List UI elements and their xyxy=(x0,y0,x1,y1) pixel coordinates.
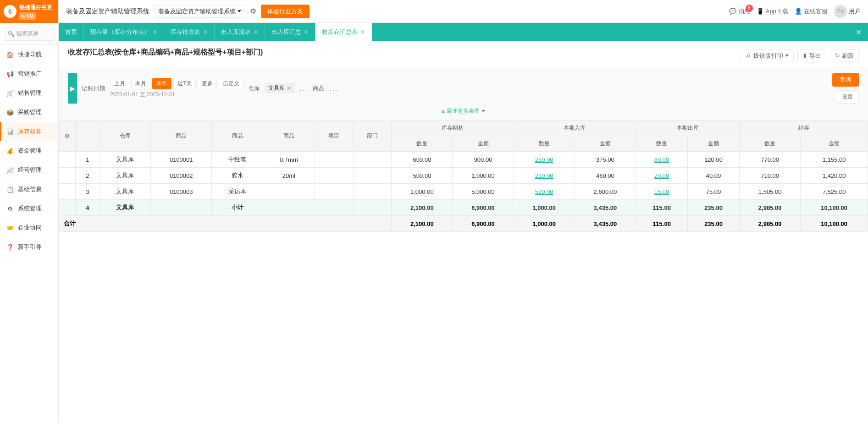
row-warehouse-cell: 文具库 xyxy=(100,200,151,216)
query-button[interactable]: 查询 xyxy=(832,73,859,87)
tab-close-batch[interactable]: ✕ xyxy=(203,29,208,35)
sidebar-item-finance[interactable]: 💰 资金管理 xyxy=(0,141,58,160)
trial-button[interactable]: 体验行业方案 xyxy=(261,5,310,18)
warehouse-tag-close[interactable]: ✕ xyxy=(287,85,291,92)
guide-icon: ❓ xyxy=(6,243,14,251)
sidebar-item-operations[interactable]: 📈 经营管理 xyxy=(0,160,58,180)
date-btn-custom[interactable]: 自定义 xyxy=(219,78,243,89)
sidebar-item-system[interactable]: ⚙ 系统管理 xyxy=(0,199,58,218)
col-group-opening: 库存期初 xyxy=(392,121,514,136)
goods-more[interactable]: ... xyxy=(329,84,338,93)
col-header-opening-qty: 数量 xyxy=(392,136,453,152)
export-button[interactable]: ⬆ 导出 xyxy=(797,49,826,62)
footer-opening-amt: 6,900.00 xyxy=(453,216,514,232)
row-balance-qty-cell: 710.00 xyxy=(740,168,801,184)
row-in-amt-cell: 3,435.00 xyxy=(575,200,636,216)
row-out-qty-cell[interactable]: 20.00 xyxy=(636,168,688,184)
row-settings-cell xyxy=(59,200,76,216)
tab-close-summary[interactable]: ✕ xyxy=(304,29,309,35)
row-opening-qty-cell: 1,000.00 xyxy=(392,184,453,200)
sidebar-item-guide[interactable]: ❓ 新手引导 xyxy=(0,237,58,257)
tab-flow[interactable]: 出入库流水 ✕ xyxy=(215,23,265,41)
col-header-opening-amt: 金额 xyxy=(453,136,514,152)
expand-icon: ≡ xyxy=(442,108,445,115)
app-download-button[interactable]: 📱 App下载 xyxy=(757,7,788,16)
settings-button[interactable]: 设置 xyxy=(836,90,859,104)
tab-home[interactable]: 首页 xyxy=(59,23,84,41)
refresh-button[interactable]: ↻ 刷新 xyxy=(830,49,859,62)
row-in-qty-cell[interactable]: 520.00 xyxy=(514,184,575,200)
sidebar: 6 畅捷通好生意 标准版 🔍 搜索菜单 🏠 快捷导航 📢 营销推广 🛒 销售管理 xyxy=(0,0,59,423)
export-icon: ⬆ xyxy=(802,52,807,59)
row-out-qty-cell[interactable]: 15.00 xyxy=(636,184,688,200)
sidebar-search-area: 🔍 搜索菜单 xyxy=(0,23,58,45)
date-filter-group: 上月 本月 本年 近7天 更多 自定义 2023-01-01 至 2023-12… xyxy=(110,78,243,99)
tab-inventory-dist[interactable]: 现存量（库存分布表） ✕ xyxy=(84,23,164,41)
row-in-qty-cell[interactable]: 250.00 xyxy=(514,152,575,168)
row-index-cell: 2 xyxy=(76,168,100,184)
row-out-qty-cell: 115.00 xyxy=(636,200,688,216)
date-btn-7days[interactable]: 近7天 xyxy=(173,78,196,89)
sidebar-item-quicknav[interactable]: 🏠 快捷导航 xyxy=(0,45,58,64)
date-btn-last-month[interactable]: 上月 xyxy=(110,78,129,89)
col-header-index xyxy=(76,121,100,152)
warehouse-more[interactable]: ... xyxy=(299,84,308,93)
tab-close-flow[interactable]: ✕ xyxy=(254,29,258,35)
search-menu-button[interactable]: 🔍 搜索菜单 xyxy=(4,27,55,41)
row-opening-amt-cell: 900.00 xyxy=(453,152,514,168)
messages-button[interactable]: 💬 消息 6 xyxy=(729,7,750,16)
tab-close-receipt-summary[interactable]: ✕ xyxy=(360,29,365,35)
date-btn-this-year[interactable]: 本年 xyxy=(152,78,171,89)
tab-close-inventory-dist[interactable]: ✕ xyxy=(153,29,157,35)
row-settings-cell xyxy=(59,168,76,184)
expand-filter-button[interactable]: ≡ 展开更多条件 xyxy=(442,107,485,115)
row-product-spec-cell: 20ml xyxy=(263,168,315,184)
sidebar-item-inventory[interactable]: 📊 库存核算 xyxy=(0,122,58,141)
row-out-qty-cell[interactable]: 80.00 xyxy=(636,152,688,168)
row-warehouse-cell: 文具库 xyxy=(100,152,151,168)
sidebar-item-purchase[interactable]: 📦 采购管理 xyxy=(0,103,58,122)
basic-icon: 📋 xyxy=(6,185,14,193)
row-opening-qty-cell: 600.00 xyxy=(392,152,453,168)
system-select[interactable]: 装备及固定资产辅助管理系统 xyxy=(154,5,245,18)
marketing-icon: 📢 xyxy=(6,70,14,78)
row-in-qty-cell: 1,000.00 xyxy=(514,200,575,216)
sales-icon: 🛒 xyxy=(6,89,14,97)
topbar: 装备及固定资产辅助管理系统 装备及固定资产辅助管理系统 ⚙ 体验行业方案 💬 消… xyxy=(59,0,868,23)
col-header-in-qty: 数量 xyxy=(514,136,575,152)
data-table-wrapper: ⚙ 仓库 商品 商品 商品 项目 部门 库存期初 本期入库 本期出库 结存 xyxy=(59,120,868,232)
footer-out-amt: 235.00 xyxy=(688,216,740,232)
page-actions: 🖨 拔镇版打印 ⬆ 导出 ↻ 刷新 xyxy=(741,49,859,62)
sidebar-item-marketing[interactable]: 📢 营销推广 xyxy=(0,64,58,83)
row-out-amt-cell: 120.00 xyxy=(688,152,740,168)
gear-icon[interactable]: ⚙ xyxy=(250,7,256,16)
filter-toggle-button[interactable]: ▶ xyxy=(68,73,77,104)
col-group-in: 本期入库 xyxy=(514,121,636,136)
sidebar-item-basic[interactable]: 📋 基础信息 xyxy=(0,180,58,199)
row-in-qty-cell[interactable]: 230.00 xyxy=(514,168,575,184)
user-menu[interactable]: Ea 用户 xyxy=(834,5,861,18)
online-service-button[interactable]: 👤 在线客服 xyxy=(795,7,828,16)
tab-batch[interactable]: 库存批次账 ✕ xyxy=(164,23,215,41)
row-warehouse-cell: 文具库 xyxy=(100,184,151,200)
date-btn-this-month[interactable]: 本月 xyxy=(131,78,150,89)
sidebar-item-sales[interactable]: 🛒 销售管理 xyxy=(0,83,58,103)
col-header-in-amt: 金额 xyxy=(575,136,636,152)
row-warehouse-cell: 文具库 xyxy=(100,168,151,184)
print-button[interactable]: 🖨 拔镇版打印 xyxy=(741,49,794,62)
row-department-cell xyxy=(353,168,392,184)
close-all-tabs[interactable]: ✕ xyxy=(849,23,868,41)
footer-in-qty: 1,000.00 xyxy=(514,216,575,232)
col-header-out-amt: 金额 xyxy=(688,136,740,152)
sidebar-item-cooperation[interactable]: 🤝 企业协同 xyxy=(0,218,58,237)
date-btn-more[interactable]: 更多 xyxy=(198,78,217,89)
row-project-cell xyxy=(315,168,353,184)
col-header-balance-amt: 金额 xyxy=(801,136,868,152)
col-header-department: 部门 xyxy=(353,121,392,152)
col-group-out: 本期出库 xyxy=(636,121,740,136)
tab-receipt-summary[interactable]: 收发存汇总表 ✕ xyxy=(315,23,372,41)
chevron-down-icon xyxy=(238,10,241,12)
row-department-cell xyxy=(353,200,392,216)
row-opening-amt-cell: 1,000.00 xyxy=(453,168,514,184)
tab-summary[interactable]: 出入库汇总 ✕ xyxy=(265,23,315,41)
